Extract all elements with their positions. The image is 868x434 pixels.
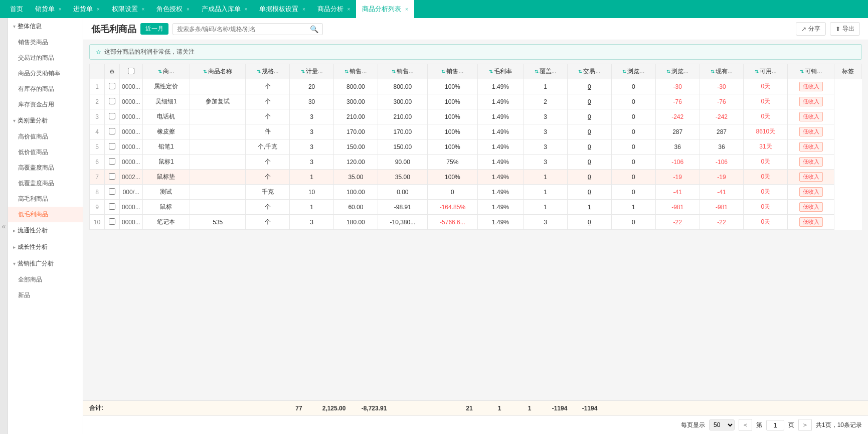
row-checkbox[interactable]	[109, 188, 115, 195]
cell-checkbox[interactable]	[105, 139, 120, 155]
tag-badge: 低收入	[799, 112, 823, 121]
page-title: 低毛利商品	[91, 23, 136, 35]
col-browse1[interactable]: ⇅浏览...	[611, 64, 655, 79]
col-coverage[interactable]: ⇅覆盖...	[524, 64, 568, 79]
close-icon[interactable]: ×	[187, 7, 190, 12]
cell-browse2: 0	[611, 155, 655, 170]
close-icon[interactable]: ×	[97, 7, 100, 12]
cell-sales-qty: 3	[290, 124, 334, 139]
cell-trade-count: 3	[524, 124, 568, 139]
col-sellable[interactable]: ⇅可销...	[788, 64, 834, 79]
col-code[interactable]: ⇅商...	[142, 64, 190, 79]
row-checkbox[interactable]	[109, 98, 115, 104]
col-sales-price[interactable]: ⇅销售...	[378, 64, 427, 79]
cell-browse1[interactable]: 0	[567, 124, 611, 139]
sidebar-group-growth[interactable]: ▸ 成长性分析	[8, 239, 83, 255]
next-page-button[interactable]: ＞	[798, 419, 812, 431]
cell-browse1[interactable]: 0	[567, 139, 611, 155]
sidebar-item-category-rate[interactable]: 商品分类助销率	[8, 66, 83, 81]
sidebar-item-low-coverage[interactable]: 低覆盖度商品	[8, 176, 83, 191]
close-icon[interactable]: ×	[405, 7, 408, 12]
prev-page-button[interactable]: ＜	[739, 419, 752, 431]
col-current-stock[interactable]: ⇅现有...	[700, 64, 744, 79]
cell-browse1[interactable]: 0	[567, 185, 611, 200]
cell-browse1[interactable]: 0	[567, 94, 611, 109]
row-checkbox[interactable]	[109, 203, 115, 210]
select-all-checkbox[interactable]	[128, 68, 134, 74]
share-button[interactable]: ↗ 分享	[796, 22, 826, 36]
sidebar-item-sales-goods[interactable]: 销售类商品	[8, 35, 83, 50]
sidebar-item-high-value[interactable]: 高价值商品	[8, 129, 83, 144]
cell-browse1[interactable]: 1	[567, 200, 611, 215]
row-checkbox[interactable]	[109, 158, 115, 165]
nav-permission[interactable]: 权限设置 ×	[106, 0, 150, 18]
search-input[interactable]	[177, 26, 310, 33]
nav-product-analysis-list[interactable]: 商品分析列表 ×	[356, 0, 414, 18]
cell-browse1[interactable]: 0	[567, 155, 611, 170]
export-button[interactable]: ⬆ 导出	[830, 22, 860, 36]
col-browse2[interactable]: ⇅浏览...	[655, 64, 700, 79]
sidebar-group-marketing[interactable]: ▾ 营销推广分析	[8, 255, 83, 272]
col-sales-qty[interactable]: ⇅销售...	[334, 64, 378, 79]
col-trade-count[interactable]: ⇅交易...	[567, 64, 611, 79]
close-icon[interactable]: ×	[142, 7, 145, 12]
sidebar-item-high-margin[interactable]: 高毛利商品	[8, 191, 83, 207]
nav-product-analysis[interactable]: 商品分析 ×	[311, 0, 356, 18]
sidebar-group-category[interactable]: ▾ 类别量分析	[8, 112, 83, 129]
cell-checkbox[interactable]	[105, 109, 120, 124]
cell-checkbox[interactable]	[105, 215, 120, 230]
nav-product-in[interactable]: 产成品入库单 ×	[196, 0, 253, 18]
sidebar-item-high-coverage[interactable]: 高覆盖度商品	[8, 160, 83, 176]
page-number-input[interactable]	[766, 420, 784, 430]
cell-browse1[interactable]: 0	[567, 109, 611, 124]
col-tag[interactable]: 标签	[834, 64, 862, 79]
nav-home[interactable]: 首页	[4, 0, 29, 18]
close-icon[interactable]: ×	[245, 7, 248, 12]
col-gross-margin[interactable]: ⇅毛利率	[477, 64, 523, 79]
col-name[interactable]: ⇅商品名称	[190, 64, 246, 79]
col-spec[interactable]: ⇅规格...	[246, 64, 290, 79]
sidebar-item-stock-capital[interactable]: 库存资金占用	[8, 97, 83, 112]
sidebar-collapse-btn[interactable]: «	[0, 18, 8, 434]
nav-template[interactable]: 单据模板设置 ×	[253, 0, 311, 18]
page-size-select[interactable]: 50 20 100 200	[709, 419, 735, 430]
cell-browse1[interactable]: 0	[567, 215, 611, 230]
time-filter-button[interactable]: 近一月	[140, 23, 168, 35]
row-checkbox[interactable]	[109, 218, 115, 225]
cell-checkbox[interactable]	[105, 185, 120, 200]
cell-checkbox[interactable]	[105, 94, 120, 109]
sidebar-item-all-goods[interactable]: 全部商品	[8, 272, 83, 287]
sidebar-item-low-margin[interactable]: 低毛利商品	[8, 207, 83, 222]
cell-checkbox[interactable]	[105, 155, 120, 170]
row-checkbox[interactable]	[109, 128, 115, 134]
sidebar-group-overall[interactable]: ▾ 整体信息	[8, 18, 83, 35]
col-available[interactable]: ⇅可用...	[744, 64, 788, 79]
col-unit[interactable]: ⇅计量...	[290, 64, 334, 79]
close-icon[interactable]: ×	[59, 7, 62, 12]
col-sales-amount[interactable]: ⇅销售...	[427, 64, 477, 79]
cell-browse1[interactable]: 0	[567, 79, 611, 94]
search-icon[interactable]: 🔍	[310, 25, 318, 33]
row-checkbox[interactable]	[109, 83, 115, 89]
sidebar-group-circulation[interactable]: ▸ 流通性分析	[8, 222, 83, 239]
col-settings[interactable]: ⚙	[105, 64, 120, 79]
sidebar-item-new-goods[interactable]: 新品	[8, 287, 83, 303]
cell-checkbox[interactable]	[105, 200, 120, 215]
sidebar-item-in-stock[interactable]: 有库存的商品	[8, 81, 83, 97]
sidebar-item-traded-goods[interactable]: 交易过的商品	[8, 50, 83, 66]
col-checkbox[interactable]	[120, 64, 143, 79]
nav-purchase[interactable]: 进货单 ×	[67, 0, 105, 18]
cell-checkbox[interactable]	[105, 170, 120, 185]
cell-browse1[interactable]: 0	[567, 170, 611, 185]
close-icon[interactable]: ×	[347, 7, 350, 12]
row-checkbox[interactable]	[109, 143, 115, 150]
table-container[interactable]: ⚙ ⇅商... ⇅商品名称 ⇅规格... ⇅计量... ⇅销售... ⇅销售..…	[83, 60, 868, 400]
cell-checkbox[interactable]	[105, 124, 120, 139]
cell-checkbox[interactable]	[105, 79, 120, 94]
row-checkbox[interactable]	[109, 113, 115, 119]
row-checkbox[interactable]	[109, 173, 115, 180]
close-icon[interactable]: ×	[302, 7, 305, 12]
nav-sales[interactable]: 销货单 ×	[29, 0, 67, 18]
sidebar-item-low-value[interactable]: 低价值商品	[8, 144, 83, 160]
nav-role[interactable]: 角色授权 ×	[150, 0, 195, 18]
